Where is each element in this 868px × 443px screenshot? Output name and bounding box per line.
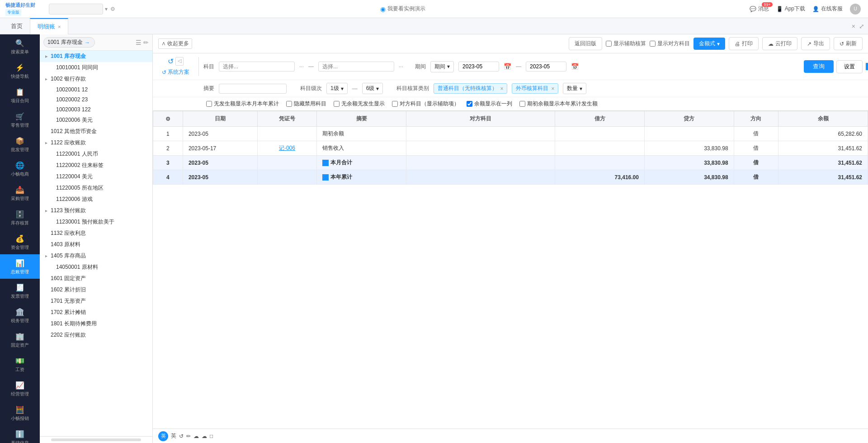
tab-expand-window[interactable]: ⤢ [859,23,864,30]
return-old-btn[interactable]: 返回旧版 [569,37,602,50]
tree-node-11220006[interactable]: 11220006 游戏 [40,194,152,205]
checkbox-hide-disabled[interactable]: 隐藏禁用科目 [286,100,326,108]
print-btn[interactable]: 🖨 打印 [729,37,759,50]
sidebar-item-quicknav[interactable]: ⚡ 快捷导航 [0,59,40,83]
tab-close-window[interactable]: × [852,23,855,30]
subject-end-input[interactable] [318,62,394,71]
company-dropdown-icon[interactable]: ▾ [105,6,108,12]
tree-node-1001[interactable]: ▸ 1001 库存现金 [40,51,152,62]
tree-node-1002[interactable]: ▸ 1002 银行存款 [40,73,152,85]
status-undo-icon[interactable]: ↺ [179,433,184,439]
tree-node-1602[interactable]: 1602 累计折旧 [40,284,152,295]
tree-node-2202[interactable]: 2202 应付账款 [40,329,152,341]
tree-node-10020001[interactable]: 10020001 12 [40,85,152,95]
quantity-select[interactable]: 数量 ▾ [563,83,586,94]
tree-node-14050001[interactable]: 14050001 原材料 [40,262,152,273]
tree-node-10020006[interactable]: 10020006 美元 [40,114,152,126]
tree-node-11220004[interactable]: 11220004 美元 [40,171,152,182]
subject-more-icon[interactable]: ··· [299,63,304,70]
period-start-input[interactable] [458,62,499,71]
tree-node-1132[interactable]: 1132 应收利息 [40,228,152,239]
sidebar-item-capital[interactable]: 💰 资金管理 [0,230,40,254]
checkbox-no-balance[interactable]: 无发生额显示本月本年累计 [206,100,279,108]
sidebar-item-basic[interactable]: ℹ️ 基础信息 [0,425,40,443]
gear-icon[interactable]: ⚙ [165,116,170,122]
company-selector[interactable]: ▾ ⚙ [49,4,373,14]
checkbox-no-balance-show[interactable]: 无余额无发生显示 [334,100,385,108]
subject-input[interactable] [219,62,295,71]
sidebar-item-wholesale[interactable]: 📦 批发管理 [0,132,40,157]
tree-node-10020003[interactable]: 10020003 122 [40,105,152,114]
sidebar-item-tax[interactable]: 🏛️ 税务管理 [0,303,40,328]
status-cloud-icon[interactable]: ☁ [193,433,199,439]
tree-node-1801[interactable]: 1801 长期待摊费用 [40,318,152,329]
period-end-input[interactable] [526,62,566,71]
checkbox-counter-show[interactable]: 对方科目（显示辅助项） [392,100,459,108]
sidebar-item-search[interactable]: 🔍 搜索菜单 [0,34,40,59]
tree-node-11230001[interactable]: 11230001 预付账款美于 [40,216,152,228]
query-btn[interactable]: 查询 [804,60,834,73]
checkbox-opening-cumulative-input[interactable] [519,101,525,107]
tab-home[interactable]: 首页 [4,18,30,34]
level-end-select[interactable]: 6级 ▾ [362,83,383,94]
sidebar-item-reimbursement[interactable]: 🧮 小畅报销 [0,401,40,425]
tree-node-1701[interactable]: 1701 无形资产 [40,295,152,307]
status-lang-btn[interactable]: 英 [171,432,176,440]
system-plan-link[interactable]: ↺ 系统方案 [162,68,189,76]
export-btn[interactable]: ↗ 导出 [801,37,830,50]
period-type-select[interactable]: 期间 ▾ [430,61,454,72]
show-counter-input[interactable] [650,41,656,47]
sidebar-item-purchase[interactable]: 📥 采购管理 [0,181,40,205]
voucher-link-2[interactable]: 记-006 [279,145,295,151]
normal-subject-remove[interactable]: × [500,86,503,92]
checkbox-hide-disabled-input[interactable] [286,101,292,107]
demo-link[interactable]: ◉ 我要看实例演示 [378,5,425,13]
tab-close-icon[interactable]: × [58,24,61,29]
tab-detail[interactable]: 明细账 × [30,18,68,34]
show-aux-input[interactable] [606,41,612,47]
sidebar-item-project[interactable]: 📋 项目合同 [0,83,40,108]
checkbox-no-balance-input[interactable] [206,101,212,107]
tree-list-icon[interactable]: ☰ [136,39,142,46]
level-start-select[interactable]: 1级 ▾ [326,83,348,94]
col-header-gear[interactable]: ⚙ [153,111,183,127]
period-calendar-icon[interactable]: 📅 [504,63,511,70]
period-end-calendar-icon[interactable]: 📅 [571,63,579,70]
tree-node-1012[interactable]: 1012 其他货币资金 [40,126,152,137]
row-voucher-2[interactable]: 记-006 [257,141,317,156]
breadcrumb-arrow[interactable]: → [85,39,90,46]
checkbox-counter-show-input[interactable] [392,101,398,107]
sidebar-item-ecom[interactable]: 🌐 小畅电商 [0,157,40,181]
breadcrumb-selected[interactable]: 1001 库存现金 → [43,37,95,48]
show-aux-checkbox[interactable]: 显示辅助核算 [606,40,646,48]
filter-settings-btn[interactable]: 设置 [836,60,863,73]
checkbox-no-balance-show-input[interactable] [334,101,340,107]
collapse-arrow-icon[interactable]: ∧ 收起更多 [158,38,192,49]
status-cloud2-icon[interactable]: ☁ [202,433,207,439]
refresh-btn[interactable]: ↺ 刷新 [834,37,863,50]
user-avatar[interactable]: U [850,4,863,14]
tree-node-11220001[interactable]: 11220001 人民币 [40,148,152,160]
tree-edit-icon[interactable]: ✏ [143,39,149,46]
tree-node-11220005[interactable]: 11220005 所在地区 [40,182,152,194]
sidebar-item-inventory[interactable]: 🗄️ 库存核算 [0,205,40,230]
tree-node-1702[interactable]: 1702 累计摊销 [40,307,152,318]
tree-node-11220002[interactable]: 11220002 往来标签 [40,160,152,171]
foreign-currency-remove[interactable]: × [551,86,554,92]
checkbox-balance-col[interactable]: 余额显示在一列 [467,100,512,108]
tree-node-10020002[interactable]: 10020002 23 [40,95,152,105]
tree-node-1122[interactable]: ▸ 1122 应收账款 [40,137,152,148]
sidebar-item-ledger[interactable]: 📊 总账管理 [0,254,40,279]
cloud-print-btn[interactable]: ☁ 云打印 [762,37,797,50]
tree-node-1123[interactable]: ▸ 1123 预付账款 [40,205,152,216]
checkbox-opening-cumulative[interactable]: 期初余额显示本年累计发生额 [519,100,598,108]
filter-refresh-icon[interactable]: ↺ [168,57,174,66]
online-service-btn[interactable]: 👤 在线客服 [812,5,843,13]
message-btn[interactable]: 💬 消息 99+ [750,5,769,13]
settings-icon[interactable]: ⚙ [110,6,115,12]
tree-node-1403[interactable]: 1403 原材料 [40,239,152,250]
status-window-icon[interactable]: □ [210,433,213,439]
summary-input[interactable] [219,84,287,94]
normal-subject-tag[interactable]: 普通科目（无特殊核算） × [434,83,507,94]
company-name[interactable] [49,4,103,14]
